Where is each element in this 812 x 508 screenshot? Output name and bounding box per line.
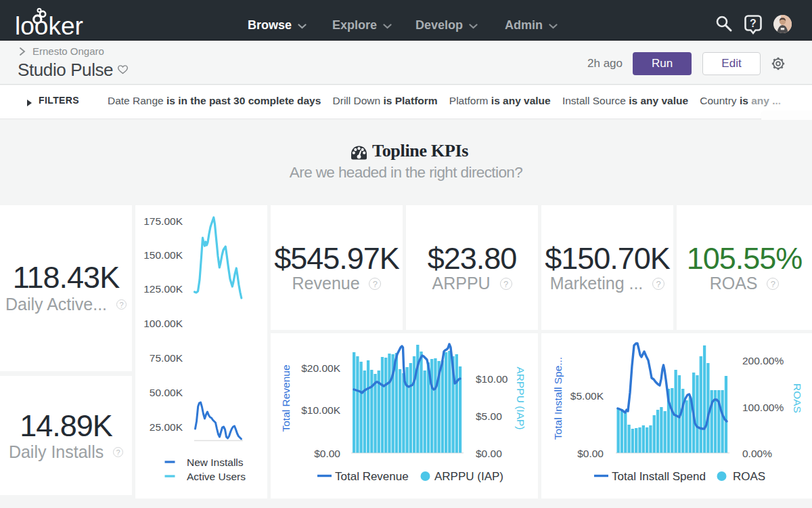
svg-text:25.00K: 25.00K (150, 421, 183, 433)
svg-text:Active Users: Active Users (187, 471, 246, 482)
svg-text:looker: looker (15, 12, 83, 37)
svg-text:Total Install Spe...: Total Install Spe... (552, 357, 564, 440)
svg-text:$20.00K: $20.00K (301, 362, 340, 374)
svg-text:100.00K: 100.00K (143, 318, 183, 329)
svg-text:ARPPU (IAP): ARPPU (IAP) (434, 470, 503, 483)
svg-text:100.00%: 100.00% (742, 402, 784, 413)
svg-text:Total Install Spend: Total Install Spend (612, 470, 706, 483)
svg-text:0.00%: 0.00% (742, 448, 772, 459)
svg-text:?: ? (750, 18, 757, 29)
svg-text:ARPPU (IAP): ARPPU (IAP) (515, 366, 526, 429)
svg-text:200.00%: 200.00% (742, 355, 784, 366)
svg-text:125.00K: 125.00K (143, 283, 183, 295)
svg-text:Total Revenue: Total Revenue (280, 364, 292, 431)
svg-text:$10.00K: $10.00K (301, 404, 340, 416)
svg-text:Total Revenue: Total Revenue (335, 470, 409, 483)
svg-text:75.00K: 75.00K (150, 352, 183, 364)
svg-text:$10.00: $10.00 (476, 373, 508, 385)
svg-text:ROAS: ROAS (792, 383, 803, 413)
svg-text:New Installs: New Installs (187, 457, 244, 468)
svg-text:50.00K: 50.00K (150, 387, 183, 398)
svg-text:150.00K: 150.00K (143, 249, 183, 261)
svg-text:$0.00: $0.00 (476, 448, 502, 459)
svg-text:$0.00: $0.00 (577, 448, 604, 459)
svg-text:ROAS: ROAS (733, 470, 765, 483)
svg-text:$0.00: $0.00 (314, 448, 340, 459)
svg-text:$5.00: $5.00 (476, 410, 502, 422)
svg-text:175.00K: 175.00K (143, 215, 183, 227)
svg-text:$5.00K: $5.00K (570, 390, 604, 402)
